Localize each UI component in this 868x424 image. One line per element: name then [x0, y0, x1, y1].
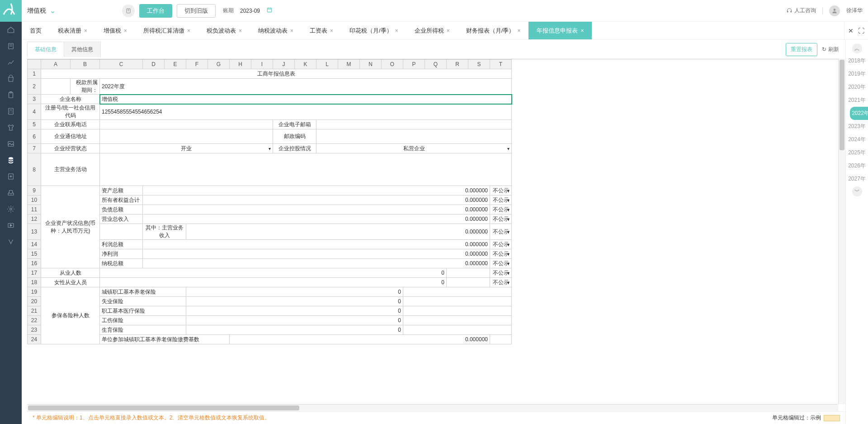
- input-ins-1[interactable]: 0: [186, 297, 403, 306]
- input-zip[interactable]: [316, 129, 512, 144]
- input-asset-2[interactable]: 0.000000: [143, 205, 490, 214]
- tab-close-icon[interactable]: ×: [580, 28, 584, 34]
- nav-video-icon[interactable]: [0, 217, 22, 233]
- username[interactable]: 徐泽华: [846, 7, 863, 14]
- tabs-close-all-icon[interactable]: ✕: [848, 27, 854, 34]
- col-header-P[interactable]: P: [403, 60, 425, 69]
- row-header-20[interactable]: 20: [28, 297, 41, 306]
- select-pub-2[interactable]: 不公示: [490, 205, 512, 214]
- input-employees[interactable]: 0: [100, 268, 447, 278]
- row-header-15[interactable]: 15: [28, 249, 41, 259]
- row-header-3[interactable]: 3: [28, 95, 41, 104]
- input-asset-1[interactable]: 0.000000: [143, 195, 490, 205]
- tab-close-icon[interactable]: ×: [187, 28, 190, 34]
- row-header-5[interactable]: 5: [28, 120, 41, 129]
- select-pub-emp[interactable]: 不公示: [490, 268, 512, 278]
- row-header-23[interactable]: 23: [28, 325, 41, 335]
- input-asset-7[interactable]: 0.000000: [143, 259, 490, 268]
- select-pub-3[interactable]: 不公示: [490, 214, 512, 224]
- input-female-emp[interactable]: 0: [100, 278, 447, 287]
- calendar-icon[interactable]: [266, 7, 273, 14]
- row-header-12[interactable]: 12: [28, 214, 41, 224]
- nav-v-icon[interactable]: [0, 233, 22, 250]
- tabs-expand-icon[interactable]: ⛶: [858, 27, 864, 34]
- year-scroll-down-icon[interactable]: ︾: [852, 186, 862, 196]
- input-ins-3[interactable]: 0: [186, 316, 403, 325]
- col-header-G[interactable]: G: [208, 60, 230, 69]
- row-header-24[interactable]: 24: [28, 335, 41, 344]
- row-header-1[interactable]: 1: [28, 69, 41, 79]
- select-status[interactable]: 开业: [100, 144, 273, 153]
- col-header-A[interactable]: A: [41, 60, 71, 69]
- tab-7[interactable]: 印花税（月/季）×: [341, 22, 406, 39]
- nav-export-icon[interactable]: [0, 168, 22, 185]
- select-holding[interactable]: 私营企业: [316, 144, 512, 153]
- input-ins-2[interactable]: 0: [186, 306, 403, 316]
- tab-close-icon[interactable]: ×: [517, 28, 520, 34]
- input-asset-4[interactable]: 0.000000: [186, 224, 490, 240]
- row-header-22[interactable]: 22: [28, 316, 41, 325]
- tab-close-icon[interactable]: ×: [124, 28, 127, 34]
- nav-clipboard-icon[interactable]: [0, 87, 22, 103]
- col-header-B[interactable]: B: [71, 60, 100, 69]
- row-header-10[interactable]: 10: [28, 195, 41, 205]
- vertical-scrollbar[interactable]: [838, 59, 845, 404]
- tab-1[interactable]: 税表清册×: [50, 22, 95, 39]
- col-header-R[interactable]: R: [447, 60, 468, 69]
- year-2018年[interactable]: 2018年: [846, 54, 868, 67]
- tab-close-icon[interactable]: ×: [290, 28, 293, 34]
- user-avatar-icon[interactable]: [829, 5, 840, 16]
- workbench-button[interactable]: 工作台: [139, 4, 172, 18]
- select-pub-1[interactable]: 不公示: [490, 195, 512, 205]
- input-asset-6[interactable]: 0.000000: [143, 249, 490, 259]
- year-2020年[interactable]: 2020年: [846, 81, 868, 94]
- col-header-I[interactable]: I: [251, 60, 273, 69]
- input-asset-5[interactable]: 0.000000: [143, 240, 490, 249]
- tab-close-icon[interactable]: ×: [330, 28, 333, 34]
- col-header-M[interactable]: M: [338, 60, 360, 69]
- col-header-L[interactable]: L: [316, 60, 338, 69]
- subtab-0[interactable]: 基础信息: [28, 42, 64, 57]
- tab-5[interactable]: 纳税波动表×: [250, 22, 302, 39]
- reset-report-button[interactable]: 重置报表: [786, 43, 817, 56]
- select-pub-5[interactable]: 不公示: [490, 240, 512, 249]
- col-header-corner[interactable]: [28, 60, 41, 69]
- tab-9[interactable]: 财务报表（月/季）×: [458, 22, 529, 39]
- input-ins-4[interactable]: 0: [186, 325, 403, 335]
- nav-chart-icon[interactable]: [0, 54, 22, 71]
- nav-doc-icon[interactable]: [0, 38, 22, 54]
- input-company-name[interactable]: 增值税: [100, 95, 512, 104]
- col-header-H[interactable]: H: [230, 60, 251, 69]
- note-icon-button[interactable]: [122, 5, 135, 17]
- tab-8[interactable]: 企业所得税×: [406, 22, 458, 39]
- col-header-F[interactable]: F: [186, 60, 208, 69]
- tab-close-icon[interactable]: ×: [447, 28, 450, 34]
- select-pub-7[interactable]: 不公示: [490, 259, 512, 268]
- select-pub-0[interactable]: 不公示: [490, 186, 512, 195]
- row-header-19[interactable]: 19: [28, 287, 41, 297]
- col-header-N[interactable]: N: [360, 60, 382, 69]
- year-2019年[interactable]: 2019年: [846, 67, 868, 81]
- tab-close-icon[interactable]: ×: [84, 28, 87, 34]
- col-header-K[interactable]: K: [295, 60, 316, 69]
- input-email[interactable]: [316, 120, 512, 129]
- subtab-1[interactable]: 其他信息: [64, 42, 100, 57]
- nav-home-icon[interactable]: [0, 22, 22, 38]
- row-header-4[interactable]: 4: [28, 104, 41, 120]
- switch-old-button[interactable]: 切到旧版: [177, 4, 216, 18]
- input-asset-0[interactable]: 0.000000: [143, 186, 490, 195]
- tab-close-icon[interactable]: ×: [395, 28, 398, 34]
- row-header-16[interactable]: 16: [28, 259, 41, 268]
- tab-4[interactable]: 税负波动表×: [198, 22, 250, 39]
- nav-bag-icon[interactable]: [0, 71, 22, 87]
- col-header-O[interactable]: O: [382, 60, 403, 69]
- select-pub-6[interactable]: 不公示: [490, 249, 512, 259]
- year-2024年[interactable]: 2024年: [846, 133, 868, 146]
- row-header-9[interactable]: 9: [28, 186, 41, 195]
- year-2022年[interactable]: 2022年: [850, 107, 868, 120]
- col-header-E[interactable]: E: [165, 60, 186, 69]
- year-2026年[interactable]: 2026年: [846, 159, 868, 172]
- input-ins-base[interactable]: 0.000000: [230, 335, 490, 344]
- input-main-biz[interactable]: [100, 153, 512, 186]
- row-header-13[interactable]: 13: [28, 224, 41, 240]
